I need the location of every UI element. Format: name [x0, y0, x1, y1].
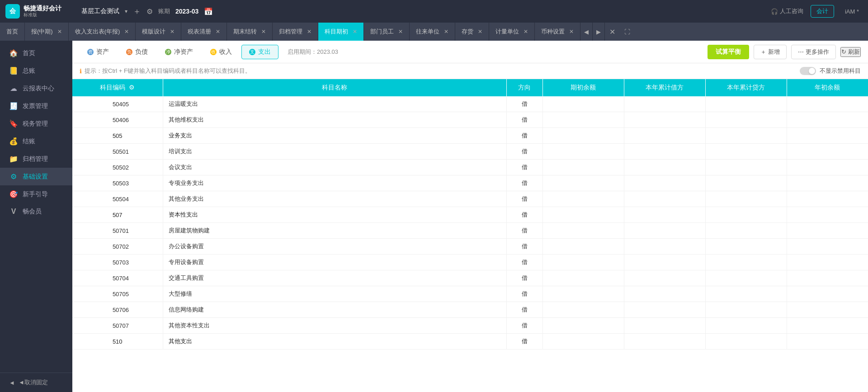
- tab-currency-close[interactable]: ✕: [569, 28, 574, 35]
- sidebar-item-settings[interactable]: ⚙ 基础设置: [0, 168, 72, 185]
- service-button[interactable]: 🎧 人工咨询: [771, 7, 803, 15]
- add-company-icon[interactable]: ＋: [133, 6, 141, 17]
- cell-code: 50504: [72, 191, 163, 207]
- cell-dir: 借: [506, 175, 542, 191]
- tab-archive[interactable]: 归档管理 ✕: [273, 23, 318, 41]
- cell-debit: [624, 96, 705, 112]
- table-row[interactable]: 50406 其他维权支出 借: [72, 112, 868, 128]
- sub-tabs-left: 资 资产 负 负债 净 净资产 收 收入 支 支出: [80, 45, 338, 59]
- cell-dir: 借: [506, 286, 542, 302]
- tab-unit[interactable]: 计量单位 ✕: [489, 23, 535, 41]
- cell-name: 办公设备购置: [163, 239, 506, 255]
- sidebar-collapse-button[interactable]: ◄ ◄取消固定: [0, 373, 72, 392]
- balance-button[interactable]: 试算平衡: [708, 45, 749, 59]
- table-row[interactable]: 50705 大型修缮 借: [72, 286, 868, 302]
- sidebar-item-archive[interactable]: 📁 归档管理: [0, 150, 72, 168]
- tab-period-end-close[interactable]: ✕: [261, 28, 266, 35]
- sub-tab-liability[interactable]: 负 负债: [118, 45, 156, 59]
- tab-currency[interactable]: 币种设置 ✕: [535, 23, 580, 41]
- sidebar-item-archive-label: 归档管理: [23, 155, 48, 163]
- tab-inventory-close[interactable]: ✕: [478, 28, 482, 35]
- sidebar-item-checkout[interactable]: 💰 结账: [0, 132, 72, 150]
- tab-close-all-button[interactable]: ✕: [605, 23, 620, 41]
- tab-inventory[interactable]: 存货 ✕: [455, 23, 489, 41]
- tab-prev-button[interactable]: ◀: [580, 23, 593, 41]
- headset-icon: 🎧: [771, 8, 778, 15]
- tab-unit-close[interactable]: ✕: [524, 28, 528, 35]
- tab-subject-init-close[interactable]: ✕: [353, 28, 357, 35]
- sidebar-item-ledger[interactable]: 📒 总账: [0, 62, 72, 80]
- cell-balance: [542, 302, 624, 318]
- table-row[interactable]: 50503 专项业务支出 借: [72, 175, 868, 191]
- tab-midterm-close[interactable]: ✕: [57, 28, 62, 35]
- company-dropdown-icon[interactable]: ▾: [125, 8, 127, 14]
- tab-midterm[interactable]: 报(中期) ✕: [25, 23, 69, 41]
- tab-taxform-close[interactable]: ✕: [216, 28, 220, 35]
- tab-archive-close[interactable]: ✕: [307, 28, 311, 35]
- table-row[interactable]: 50405 运温暖支出 借: [72, 96, 868, 112]
- tab-taxform[interactable]: 税表清册 ✕: [181, 23, 227, 41]
- sub-tab-equity-label: 净资产: [174, 48, 193, 56]
- more-button[interactable]: ⋯ 更多操作: [791, 45, 836, 59]
- sub-tab-income-label: 收入: [219, 48, 232, 56]
- tab-customer[interactable]: 往来单位 ✕: [410, 23, 455, 41]
- sidebar-item-tax[interactable]: 🔖 税务管理: [0, 115, 72, 132]
- col-header-credit: 本年累计贷方: [705, 79, 787, 96]
- tab-annual[interactable]: 收入支出表(年报) ✕: [69, 23, 136, 41]
- tab-maximize-button[interactable]: ⛶: [620, 23, 635, 41]
- tab-homepage[interactable]: 首页: [0, 23, 25, 41]
- tab-template[interactable]: 模版设计 ✕: [136, 23, 181, 41]
- table-row[interactable]: 50502 会议支出 借: [72, 160, 868, 175]
- cell-code: 50502: [72, 160, 163, 175]
- table-row[interactable]: 50501 培训支出 借: [72, 144, 868, 160]
- table-row[interactable]: 50702 办公设备购置 借: [72, 239, 868, 255]
- cell-credit: [705, 239, 787, 255]
- cell-name: 专用设备购置: [163, 255, 506, 270]
- cell-code: 50703: [72, 255, 163, 270]
- tab-next-button[interactable]: ▶: [593, 23, 605, 41]
- table-row[interactable]: 50703 专用设备购置 借: [72, 255, 868, 270]
- table-row[interactable]: 50701 房屋建筑物购建 借: [72, 223, 868, 239]
- col-code-settings-icon[interactable]: ⚙: [129, 84, 135, 91]
- sub-tab-equity[interactable]: 净 净资产: [157, 45, 201, 59]
- tab-annual-label: 收入支出表(年报): [75, 28, 120, 36]
- add-button[interactable]: ＋ 新增: [754, 45, 787, 59]
- tab-midterm-label: 报(中期): [31, 28, 53, 36]
- sub-tab-income[interactable]: 收 收入: [203, 45, 240, 59]
- col-header-debit: 本年累计借方: [624, 79, 705, 96]
- sidebar-item-invoice[interactable]: 🧾 发票管理: [0, 97, 72, 115]
- refresh-button[interactable]: ↻ 刷新: [840, 47, 861, 57]
- accountant-button[interactable]: 会计: [811, 5, 834, 18]
- sidebar-item-member[interactable]: V 畅会员: [0, 203, 72, 220]
- cell-year-balance: [787, 112, 868, 128]
- cell-credit: [705, 318, 787, 334]
- tab-dept[interactable]: 部门员工 ✕: [364, 23, 410, 41]
- cell-credit: [705, 334, 787, 349]
- table-row[interactable]: 50706 信息网络购建 借: [72, 302, 868, 318]
- cell-balance: [542, 239, 624, 255]
- table-row[interactable]: 50704 交通工具购置 借: [72, 270, 868, 286]
- tab-annual-close[interactable]: ✕: [124, 28, 129, 35]
- table-header-row: 科目编码 ⚙ 科目名称 方向 期初余额 本年累计借方 本年累计贷方 年初余额: [72, 79, 868, 96]
- calendar-icon[interactable]: 📅: [204, 7, 213, 16]
- sub-tab-expense[interactable]: 支 支出: [241, 45, 278, 59]
- tab-customer-close[interactable]: ✕: [444, 28, 448, 35]
- disabled-toggle[interactable]: [800, 67, 816, 75]
- sub-tab-asset[interactable]: 资 资产: [80, 45, 117, 59]
- tab-subject-init[interactable]: 科目期初 ✕: [318, 23, 364, 41]
- table-row[interactable]: 50504 其他业务支出 借: [72, 191, 868, 207]
- table-row[interactable]: 50707 其他资本性支出 借: [72, 318, 868, 334]
- tab-dept-close[interactable]: ✕: [398, 28, 403, 35]
- cell-year-balance: [787, 128, 868, 144]
- sidebar-item-cloud[interactable]: ☁ 云报表中心: [0, 80, 72, 97]
- cell-year-balance: [787, 96, 868, 112]
- sidebar-item-home[interactable]: 🏠 首页: [0, 44, 72, 62]
- tab-template-close[interactable]: ✕: [170, 28, 175, 35]
- tab-period-end[interactable]: 期末结转 ✕: [227, 23, 273, 41]
- cell-debit: [624, 128, 705, 144]
- sidebar-item-guide[interactable]: 🎯 新手引导: [0, 185, 72, 203]
- company-settings-icon[interactable]: ⚙: [146, 7, 153, 16]
- table-row[interactable]: 510 其他支出 借: [72, 334, 868, 349]
- table-row[interactable]: 507 资本性支出 借: [72, 207, 868, 223]
- table-row[interactable]: 505 业务支出 借: [72, 128, 868, 144]
